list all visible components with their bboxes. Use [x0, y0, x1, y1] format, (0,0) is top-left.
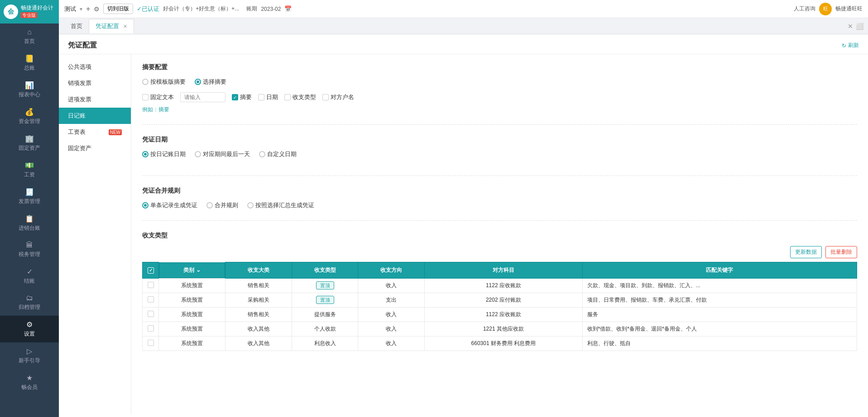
sidebar: 会 畅捷通好会计 专业版 ⌂首页📒总账📊报表中心💰资金管理🏢固定资产💵工资🧾发票… — [0, 0, 59, 417]
row-checkbox-2[interactable] — [148, 311, 154, 317]
sidebar-item-归档管理[interactable]: 🗂归档管理 — [0, 289, 59, 316]
tab-close-icon[interactable]: ✕ — [123, 24, 127, 29]
sidebar-item-进销台账[interactable]: 📋进销台账 — [0, 210, 59, 237]
window-maximize-icon[interactable]: ⬜ — [856, 23, 863, 29]
content-area: 凭证配置 ↻ 刷新 公共选项销项发票进项发票日记账工资表NEW固定资产 摘要配置… — [59, 34, 868, 417]
sidebar-item-结账[interactable]: ✓结账 — [0, 263, 59, 289]
layout: 公共选项销项发票进项发票日记账工资表NEW固定资产 摘要配置 按模板版摘要 选择… — [59, 54, 868, 414]
sidebar-item-总账[interactable]: 📒总账 — [0, 50, 59, 76]
th-checkbox[interactable]: ✓ — [143, 262, 159, 279]
checkbox-summary[interactable]: ✓ 摘要 — [232, 93, 252, 101]
fixed-text-input[interactable] — [180, 92, 225, 102]
sidebar-icon-8: 🏛 — [26, 241, 33, 249]
tab-home[interactable]: 首页 — [64, 19, 89, 33]
sidebar-item-税务管理[interactable]: 🏛税务管理 — [0, 237, 59, 263]
radio-custom-date[interactable]: 自定义日期 — [259, 150, 297, 158]
summary-config-section: 摘要配置 按模板版摘要 选择摘要 — [142, 63, 857, 125]
left-nav-item-公共选项[interactable]: 公共选项 — [59, 59, 131, 75]
window-close-icon[interactable]: ✕ — [847, 23, 854, 29]
radio-journal-date[interactable]: 按日记账日期 — [142, 150, 186, 158]
add-icon[interactable]: + — [86, 5, 90, 13]
checkbox-date[interactable]: 日期 — [258, 93, 278, 101]
checkbox-income-type[interactable]: 收支类型 — [284, 93, 316, 101]
tabbar: 首页 凭证配置 ✕ ✕ ⬜ — [59, 18, 868, 34]
tags-label: 好会计（专）+好生意（标）+... — [163, 5, 239, 13]
calendar-icon[interactable]: 📅 — [284, 5, 292, 12]
logo-text: 畅捷通好会计 专业版 — [21, 5, 53, 19]
new-badge: NEW — [109, 129, 122, 135]
left-nav-item-工资表[interactable]: 工资表NEW — [59, 124, 131, 140]
sidebar-icon-3: 💰 — [25, 108, 34, 116]
voucher-date-title: 凭证日期 — [142, 136, 857, 144]
sidebar-item-工资[interactable]: 💵工资 — [0, 156, 59, 183]
income-table: ✓ 类别 ⌄ 收支大类 收支类型 收支方向 对方科目 匹配关键字 — [142, 262, 857, 351]
topbar: 测试 ▾ + ⚙ 切到旧版 ✓已认证 好会计（专）+好生意（标）+... 账期 … — [59, 0, 868, 18]
left-nav-item-日记账[interactable]: 日记账 — [59, 108, 131, 124]
checkbox-date-box — [258, 94, 264, 100]
sidebar-icon-1: 📒 — [25, 54, 34, 63]
sidebar-item-首页[interactable]: ⌂首页 — [0, 24, 59, 50]
top-tag[interactable]: 置顶 — [316, 296, 334, 304]
summary-radio-group: 按模板版摘要 选择摘要 — [142, 78, 857, 86]
left-nav: 公共选项销项发票进项发票日记账工资表NEW固定资产 — [59, 54, 131, 414]
sidebar-icon-4: 🏢 — [25, 134, 34, 143]
row-checkbox-3[interactable] — [148, 325, 154, 332]
example-text: 例如：摘要 — [142, 106, 857, 114]
avatar: 旺 — [819, 3, 832, 15]
row-checkbox-4[interactable] — [148, 340, 154, 346]
summary-config-title: 摘要配置 — [142, 63, 857, 71]
switch-version-button[interactable]: 切到旧版 — [103, 4, 133, 14]
radio-single-record[interactable]: 单条记录生成凭证 — [142, 201, 197, 209]
batch-delete-button[interactable]: 批量删除 — [825, 246, 857, 258]
sidebar-item-固定资产[interactable]: 🏢固定资产 — [0, 130, 59, 156]
row-checkbox-0[interactable] — [148, 282, 154, 288]
row-checkbox-1[interactable] — [148, 296, 154, 303]
left-nav-item-销项发票[interactable]: 销项发票 — [59, 75, 131, 91]
header-checkbox[interactable]: ✓ — [148, 267, 154, 274]
period-value: 2023-02 — [261, 6, 281, 12]
checkbox-counterparty-box — [322, 94, 329, 100]
user-service-label[interactable]: 人工咨询 — [794, 5, 815, 13]
dropdown-arrow-icon[interactable]: ▾ — [80, 6, 82, 12]
sidebar-item-资金管理[interactable]: 💰资金管理 — [0, 103, 59, 130]
checkbox-counterparty[interactable]: 对方户名 — [322, 93, 354, 101]
top-tag[interactable]: 置顶 — [316, 281, 334, 289]
income-type-section: 收支类型 更新数据 批量删除 ✓ 类别 — [142, 232, 857, 351]
certified-status: ✓已认证 — [137, 5, 159, 13]
voucher-merge-radio-group: 单条记录生成凭证 合并规则 按照选择汇总生成凭证 — [142, 201, 857, 209]
income-type-title: 收支类型 — [142, 232, 857, 240]
app-logo: 会 畅捷通好会计 专业版 — [0, 0, 59, 24]
sidebar-item-新手引导[interactable]: ▷新手引导 — [0, 342, 59, 369]
update-data-button[interactable]: 更新数据 — [790, 246, 822, 258]
settings-icon[interactable]: ⚙ — [94, 5, 100, 13]
sidebar-item-畅会员[interactable]: ★畅会员 — [0, 369, 59, 396]
sidebar-icon-12: ▷ — [27, 347, 32, 355]
content-header: 凭证配置 ↻ 刷新 — [59, 34, 868, 54]
sidebar-item-报表中心[interactable]: 📊报表中心 — [0, 76, 59, 103]
table-row: 系统预置 销售相关 提供服务 收入 1122 应收账款 服务 — [143, 307, 857, 322]
sidebar-icon-9: ✓ — [27, 267, 33, 276]
left-nav-item-进项发票[interactable]: 进项发票 — [59, 91, 131, 108]
th-type: 收支类型 — [292, 262, 358, 279]
th-account: 对方科目 — [425, 262, 582, 279]
voucher-date-section: 凭证日期 按日记账日期 对应期间最后一天 自定义日期 — [142, 136, 857, 176]
summary-checkbox-row: 固定文本 ✓ 摘要 日期 收支类型 — [142, 92, 857, 102]
sidebar-item-发票管理[interactable]: 🧾发票管理 — [0, 183, 59, 210]
sidebar-item-设置[interactable]: ⚙设置 — [0, 316, 59, 342]
radio-select-summary[interactable]: 选择摘要 — [195, 78, 226, 86]
radio-summary-generate[interactable]: 按照选择汇总生成凭证 — [247, 201, 314, 209]
page-title: 凭证配置 — [68, 41, 97, 50]
company-name: 测试 — [64, 5, 76, 13]
radio-period-last-day[interactable]: 对应期间最后一天 — [195, 150, 250, 158]
radio-template-summary[interactable]: 按模板版摘要 — [142, 78, 186, 86]
sidebar-icon-10: 🗂 — [26, 294, 33, 302]
logo-icon: 会 — [4, 5, 18, 19]
checkbox-summary-box: ✓ — [232, 94, 238, 100]
radio-merge-rules[interactable]: 合并规则 — [206, 201, 238, 209]
right-content: 摘要配置 按模板版摘要 选择摘要 — [131, 54, 868, 414]
left-nav-item-固定资产[interactable]: 固定资产 — [59, 140, 131, 156]
refresh-button[interactable]: ↻ 刷新 — [842, 42, 859, 49]
checkbox-fixed-text[interactable]: 固定文本 — [142, 93, 174, 101]
tab-voucher-config[interactable]: 凭证配置 ✕ — [89, 19, 134, 33]
th-major: 收支大类 — [225, 262, 292, 279]
